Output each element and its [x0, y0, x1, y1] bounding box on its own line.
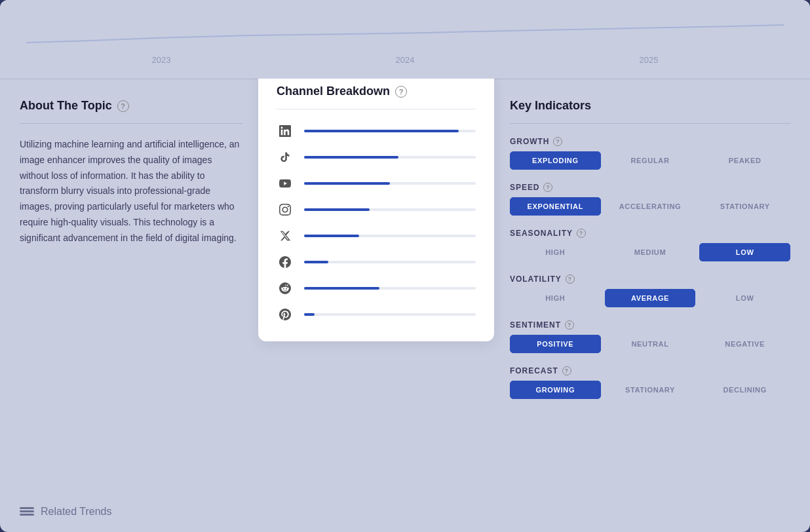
chart-label-2025: 2025: [640, 55, 659, 65]
indicator-btn-peaked[interactable]: PEAKED: [699, 151, 790, 170]
channel-bar-container: [304, 182, 476, 185]
indicator-label-text: FORECAST: [510, 366, 558, 375]
indicator-btn-positive[interactable]: POSITIVE: [510, 335, 601, 353]
indicator-label-speed: SPEED ?: [510, 183, 790, 192]
channel-row: [277, 123, 476, 140]
indicator-group-growth: GROWTH ?EXPLODINGREGULARPEAKED: [510, 137, 790, 170]
indicators-divider: [510, 123, 790, 124]
indicator-btn-exploding[interactable]: EXPLODING: [510, 151, 601, 170]
indicators-panel: Key Indicators GROWTH ?EXPLODINGREGULARP…: [510, 92, 790, 419]
channel-bar: [304, 313, 315, 316]
chart-label-2023: 2023: [152, 55, 171, 65]
channel-help-icon[interactable]: ?: [395, 86, 407, 98]
indicator-label-text: SEASONALITY: [510, 229, 573, 238]
about-title: About The Topic ?: [20, 99, 242, 113]
channel-bar-container: [304, 130, 476, 132]
channel-row: [277, 227, 476, 244]
chart-area: 2023 2024 2025: [0, 0, 810, 79]
about-divider: [20, 123, 242, 124]
indicator-group-speed: SPEED ?EXPONENTIALACCELERATINGSTATIONARY: [510, 183, 790, 216]
indicator-group-forecast: FORECAST ?GROWINGSTATIONARYDECLINING: [510, 366, 790, 399]
indicator-label-sentiment: SENTIMENT ?: [510, 320, 790, 330]
channel-row: [277, 201, 476, 218]
channel-bar-container: [304, 313, 476, 316]
about-help-icon[interactable]: ?: [117, 100, 129, 112]
indicator-help-icon[interactable]: ?: [566, 275, 575, 284]
indicator-buttons: EXPLODINGREGULARPEAKED: [510, 151, 790, 170]
indicator-btn-negative[interactable]: NEGATIVE: [699, 335, 790, 353]
pinterest-icon: [277, 306, 294, 323]
channel-bar: [304, 287, 379, 290]
channel-bar-container: [304, 156, 476, 159]
indicator-label-seasonality: SEASONALITY ?: [510, 229, 790, 238]
indicator-buttons: EXPONENTIALACCELERATINGSTATIONARY: [510, 197, 790, 216]
channel-bar: [304, 261, 328, 263]
indicator-btn-stationary[interactable]: STATIONARY: [699, 197, 790, 216]
indicator-help-icon[interactable]: ?: [553, 137, 562, 146]
channel-bar: [304, 208, 370, 211]
indicator-btn-stationary[interactable]: STATIONARY: [605, 381, 696, 399]
channel-bar-container: [304, 261, 476, 263]
channel-bar-container: [304, 287, 476, 290]
indicator-label-text: VOLATILITY: [510, 275, 562, 284]
channel-panel: Channel Breakdown ?: [258, 66, 494, 341]
indicator-label-text: SPEED: [510, 183, 539, 192]
about-panel: About The Topic ? Utilizing machine lear…: [20, 92, 242, 253]
channel-bar: [304, 156, 398, 159]
channel-divider: [277, 109, 476, 109]
indicator-buttons: HIGHAVERAGELOW: [510, 289, 790, 307]
indicator-btn-low[interactable]: LOW: [699, 243, 790, 261]
indicator-btn-high[interactable]: HIGH: [510, 243, 601, 261]
about-title-text: About The Topic: [20, 99, 112, 113]
indicator-btn-low[interactable]: LOW: [699, 289, 790, 307]
channel-row: [277, 254, 476, 271]
indicator-btn-medium[interactable]: MEDIUM: [605, 243, 696, 261]
svg-rect-1: [20, 510, 34, 512]
channel-title: Channel Breakdown ?: [277, 85, 476, 98]
indicator-buttons: HIGHMEDIUMLOW: [510, 243, 790, 261]
indicator-btn-regular[interactable]: REGULAR: [605, 151, 696, 170]
indicator-group-seasonality: SEASONALITY ?HIGHMEDIUMLOW: [510, 229, 790, 261]
channel-title-text: Channel Breakdown: [277, 85, 390, 98]
indicator-help-icon[interactable]: ?: [565, 320, 574, 330]
related-trends-label: Related Trends: [41, 506, 112, 518]
channel-row: [277, 175, 476, 192]
indicators-container: GROWTH ?EXPLODINGREGULARPEAKEDSPEED ?EXP…: [510, 137, 790, 399]
linkedin-icon: [277, 123, 294, 140]
related-trends[interactable]: Related Trends: [20, 506, 112, 518]
channel-row: [277, 306, 476, 323]
indicator-btn-average[interactable]: AVERAGE: [605, 289, 696, 307]
facebook-icon: [277, 254, 294, 271]
layers-icon: [20, 506, 34, 518]
channel-bar: [304, 130, 459, 132]
indicator-btn-exponential[interactable]: EXPONENTIAL: [510, 197, 601, 216]
channel-row: [277, 280, 476, 297]
svg-rect-2: [20, 507, 34, 509]
chart-labels: 2023 2024 2025: [26, 55, 784, 65]
indicator-label-text: GROWTH: [510, 137, 549, 146]
indicator-help-icon[interactable]: ?: [562, 366, 571, 375]
about-text: Utilizing machine learning and artificia…: [20, 137, 242, 246]
tiktok-icon: [277, 149, 294, 166]
channel-bar: [304, 235, 359, 237]
indicator-help-icon[interactable]: ?: [543, 183, 552, 192]
indicator-btn-neutral[interactable]: NEUTRAL: [605, 335, 696, 353]
indicator-label-text: SENTIMENT: [510, 320, 561, 330]
indicator-label-volatility: VOLATILITY ?: [510, 275, 790, 284]
indicator-label-growth: GROWTH ?: [510, 137, 790, 146]
channel-bar-container: [304, 235, 476, 237]
indicator-btn-declining[interactable]: DECLINING: [699, 381, 790, 399]
main-container: 2023 2024 2025 About The Topic ? Utilizi…: [0, 0, 810, 532]
youtube-icon: [277, 175, 294, 192]
channel-bar-container: [304, 208, 476, 211]
indicator-buttons: GROWINGSTATIONARYDECLINING: [510, 381, 790, 399]
indicator-btn-accelerating[interactable]: ACCELERATING: [605, 197, 696, 216]
chart-label-2024: 2024: [396, 55, 415, 65]
indicator-group-sentiment: SENTIMENT ?POSITIVENEUTRALNEGATIVE: [510, 320, 790, 353]
indicator-btn-growing[interactable]: GROWING: [510, 381, 601, 399]
indicator-help-icon[interactable]: ?: [577, 229, 586, 238]
channel-bar: [304, 182, 390, 185]
trend-chart: [26, 7, 784, 52]
bottom-section: About The Topic ? Utilizing machine lear…: [0, 79, 810, 532]
indicator-btn-high[interactable]: HIGH: [510, 289, 601, 307]
